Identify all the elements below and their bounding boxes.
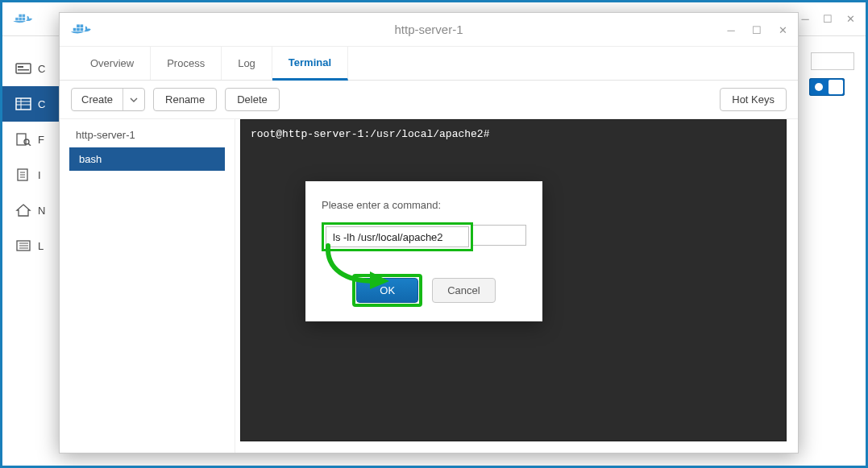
doc-icon	[15, 168, 31, 181]
sidebar-label: I	[38, 169, 41, 181]
sidebar-item-5[interactable]: L	[2, 228, 59, 263]
card-icon	[15, 62, 31, 75]
command-input-highlight	[322, 222, 473, 251]
sidebar-item-4[interactable]: N	[2, 193, 59, 228]
create-button[interactable]: Create	[71, 88, 145, 111]
bg-window-controls: ─ ☐ ✕	[799, 14, 856, 25]
terminal-prompt: root@http-server-1:/usr/local/apache2#	[251, 128, 489, 140]
list-icon	[15, 239, 31, 252]
command-label: Please enter a command:	[322, 199, 526, 211]
command-dialog: Please enter a command: OK Cancel	[305, 181, 542, 321]
search-doc-icon	[15, 133, 31, 146]
svg-rect-0	[15, 17, 19, 20]
docker-icon	[69, 21, 93, 39]
sidebar-item-0[interactable]: C	[2, 51, 59, 86]
minimize-icon[interactable]: ─	[725, 24, 737, 35]
ok-button[interactable]: OK	[356, 278, 418, 303]
svg-rect-2	[23, 17, 26, 20]
sidebar-item-2[interactable]: F	[2, 122, 59, 157]
svg-rect-5	[16, 64, 31, 73]
sidebar-label: C	[38, 98, 45, 110]
svg-rect-3	[19, 14, 22, 17]
tree-item-bash[interactable]: bash	[69, 147, 225, 171]
svg-rect-1	[19, 17, 22, 20]
svg-rect-7	[18, 69, 29, 71]
modal-titlebar: http-server-1 ─ ☐ ✕	[60, 13, 798, 47]
modal-window-controls: ─ ☐ ✕	[725, 13, 788, 47]
close-icon[interactable]: ✕	[777, 24, 788, 35]
sidebar-label: F	[38, 134, 44, 146]
svg-rect-4	[23, 14, 26, 17]
tab-log[interactable]: Log	[222, 47, 272, 80]
grid-icon	[15, 97, 31, 110]
command-input-right[interactable]	[473, 225, 526, 246]
ok-highlight: OK	[352, 274, 422, 307]
minimize-icon[interactable]: ─	[799, 14, 811, 25]
rename-button[interactable]: Rename	[153, 88, 217, 111]
home-icon	[15, 204, 31, 217]
tab-terminal[interactable]: Terminal	[272, 47, 348, 81]
bg-sidebar: C C F I N L	[2, 36, 59, 466]
maximize-icon[interactable]: ☐	[751, 24, 762, 35]
modal-title: http-server-1	[394, 23, 463, 36]
svg-rect-27	[81, 24, 84, 27]
create-label: Create	[72, 89, 123, 110]
session-tree: http-server-1 bash	[60, 119, 235, 453]
svg-line-14	[28, 143, 31, 146]
svg-rect-23	[73, 28, 77, 31]
tab-process[interactable]: Process	[151, 47, 222, 80]
svg-rect-6	[18, 66, 23, 68]
sidebar-item-1[interactable]: C	[2, 86, 59, 122]
sidebar-label: C	[38, 63, 45, 75]
tree-root[interactable]: http-server-1	[69, 124, 225, 146]
command-input[interactable]	[326, 226, 469, 247]
tab-overview[interactable]: Overview	[74, 47, 151, 80]
cancel-button[interactable]: Cancel	[432, 278, 495, 303]
svg-rect-8	[16, 98, 31, 110]
close-icon[interactable]: ✕	[845, 14, 856, 25]
bg-toggle[interactable]	[809, 78, 845, 96]
maximize-icon[interactable]: ☐	[822, 14, 833, 25]
svg-rect-25	[81, 28, 84, 31]
tab-bar: Overview Process Log Terminal	[60, 47, 798, 81]
container-window: http-server-1 ─ ☐ ✕ Overview Process Log…	[59, 12, 799, 454]
toolbar: Create Rename Delete Hot Keys	[60, 81, 798, 119]
terminal-view[interactable]: root@http-server-1:/usr/local/apache2# P…	[240, 119, 787, 441]
docker-icon	[12, 10, 35, 28]
bg-search-field[interactable]	[811, 52, 854, 70]
hotkeys-button[interactable]: Hot Keys	[720, 88, 787, 111]
sidebar-item-3[interactable]: I	[2, 157, 59, 193]
modal-body: http-server-1 bash root@http-server-1:/u…	[60, 119, 798, 453]
delete-button[interactable]: Delete	[225, 88, 280, 111]
chevron-down-icon[interactable]	[123, 89, 144, 110]
sidebar-label: N	[38, 205, 45, 217]
svg-rect-24	[77, 28, 80, 31]
sidebar-label: L	[38, 240, 44, 252]
svg-rect-26	[77, 24, 80, 27]
